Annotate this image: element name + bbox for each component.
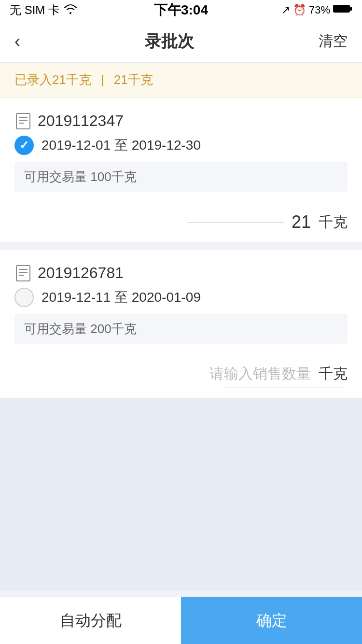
confirm-button[interactable]: 确定 bbox=[181, 597, 362, 644]
status-bar-right: ↗ ⏰ 73% bbox=[281, 4, 352, 16]
banner-divider: | bbox=[101, 72, 104, 87]
alarm-icon: ⏰ bbox=[293, 4, 306, 16]
batch1-id: 2019112347 bbox=[38, 112, 124, 130]
batch2-header: 2019126781 bbox=[14, 264, 348, 282]
batch2-icon bbox=[14, 265, 32, 282]
batch2-available: 可用交易量 200千克 bbox=[14, 314, 348, 344]
card-divider bbox=[0, 242, 362, 250]
recorded-amount: 已录入21千克 bbox=[14, 71, 91, 88]
batch2-input-row: 请输入销售数量 千克 bbox=[0, 354, 362, 398]
wifi-icon bbox=[64, 3, 77, 17]
batch2-date-row: 2019-12-11 至 2020-01-09 bbox=[14, 288, 348, 307]
nav-bar: ‹ 录批次 清空 bbox=[0, 20, 362, 63]
total-amount: 21千克 bbox=[114, 71, 153, 88]
battery-percent: 73% bbox=[309, 4, 330, 16]
batch2-input-placeholder: 请输入销售数量 bbox=[209, 364, 311, 384]
back-button[interactable]: ‹ bbox=[14, 31, 20, 52]
batch1-amount-row: 21 千克 bbox=[0, 202, 362, 242]
batch2-radio[interactable] bbox=[14, 288, 34, 307]
clear-button[interactable]: 清空 bbox=[319, 31, 348, 51]
svg-rect-0 bbox=[333, 5, 350, 13]
batch1-card: 2019112347 2019-12-01 至 2019-12-30 可用交易量… bbox=[0, 98, 362, 202]
info-banner: 已录入21千克 | 21千克 bbox=[0, 63, 362, 98]
carrier-label: 无 SIM 卡 bbox=[10, 2, 60, 18]
batch1-radio[interactable] bbox=[14, 136, 34, 155]
batch1-header: 2019112347 bbox=[14, 112, 348, 130]
location-icon: ↗ bbox=[281, 4, 290, 16]
content-area: 已录入21千克 | 21千克 2019112347 2019-12-01 至 2… bbox=[0, 63, 362, 638]
bottom-bar: 自动分配 确定 bbox=[0, 597, 362, 644]
batch2-date: 2019-12-11 至 2020-01-09 bbox=[42, 288, 201, 307]
batch1-available: 可用交易量 100千克 bbox=[14, 162, 348, 192]
battery-icon bbox=[333, 4, 352, 16]
svg-rect-1 bbox=[350, 7, 352, 11]
batch2-id: 2019126781 bbox=[38, 264, 124, 282]
batch1-date-row: 2019-12-01 至 2019-12-30 bbox=[14, 136, 348, 155]
batch2-card: 2019126781 2019-12-11 至 2020-01-09 可用交易量… bbox=[0, 250, 362, 354]
batch2-input-unit: 千克 bbox=[319, 364, 348, 384]
status-bar-left: 无 SIM 卡 bbox=[10, 2, 77, 18]
batch1-amount-unit: 千克 bbox=[319, 212, 348, 232]
status-bar: 无 SIM 卡 下午3:04 ↗ ⏰ 73% bbox=[0, 0, 362, 20]
svg-rect-2 bbox=[16, 113, 30, 129]
batch1-date: 2019-12-01 至 2019-12-30 bbox=[42, 136, 201, 154]
batch1-amount-value: 21 bbox=[292, 212, 311, 232]
svg-rect-6 bbox=[16, 266, 30, 281]
auto-distribute-button[interactable]: 自动分配 bbox=[0, 597, 181, 644]
batch1-icon bbox=[14, 112, 32, 130]
page-title: 录批次 bbox=[145, 30, 194, 53]
status-bar-time: 下午3:04 bbox=[154, 1, 208, 19]
empty-area bbox=[0, 398, 362, 591]
